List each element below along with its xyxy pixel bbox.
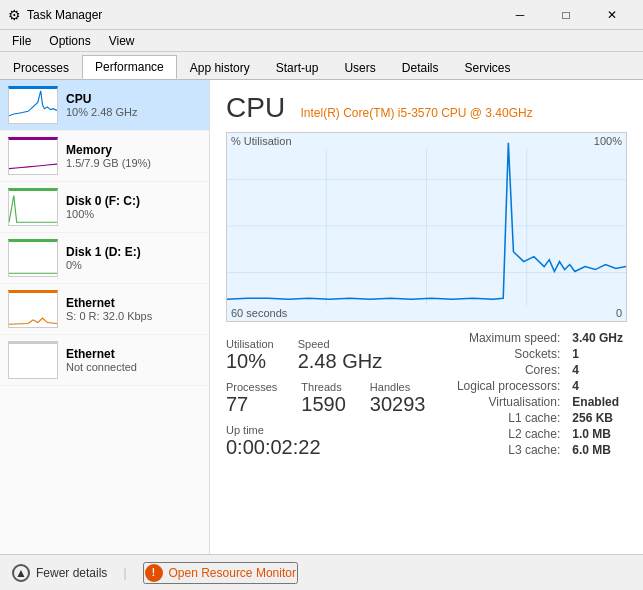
disk0-mini-chart bbox=[8, 188, 58, 226]
tab-performance[interactable]: Performance bbox=[82, 55, 177, 79]
cpu-chart-svg bbox=[227, 133, 626, 321]
stat-speed: Speed 2.48 GHz bbox=[298, 338, 382, 373]
uptime-value: 0:00:02:22 bbox=[226, 436, 453, 459]
open-resource-monitor-button[interactable]: ! Open Resource Monitor bbox=[143, 562, 298, 584]
disk1-mini-chart bbox=[8, 239, 58, 277]
sidebar-item-cpu[interactable]: CPU 10% 2.48 GHz bbox=[0, 80, 209, 131]
threads-value: 1590 bbox=[301, 393, 346, 416]
disk0-value: 100% bbox=[66, 208, 201, 220]
sidebar-item-disk1[interactable]: Disk 1 (D: E:) 0% bbox=[0, 233, 209, 284]
threads-label: Threads bbox=[301, 381, 346, 393]
stat-row-virt: Virtualisation:Enabled bbox=[453, 394, 627, 410]
memory-name: Memory bbox=[66, 143, 201, 157]
eth1-name: Ethernet bbox=[66, 296, 201, 310]
cpu-mini-chart bbox=[8, 86, 58, 124]
handles-label: Handles bbox=[370, 381, 426, 393]
tab-users[interactable]: Users bbox=[331, 55, 388, 79]
chart-label-zero: 0 bbox=[616, 307, 622, 319]
stat-row-l2: L2 cache:1.0 MB bbox=[453, 426, 627, 442]
stat-uptime: Up time 0:00:02:22 bbox=[226, 424, 453, 459]
disk1-name: Disk 1 (D: E:) bbox=[66, 245, 201, 259]
disk1-value: 0% bbox=[66, 259, 201, 271]
cpu-name: CPU bbox=[66, 92, 201, 106]
content-title: CPU bbox=[226, 92, 285, 123]
content-area: CPU Intel(R) Core(TM) i5-3570 CPU @ 3.40… bbox=[210, 80, 643, 554]
maximize-button[interactable]: □ bbox=[543, 0, 589, 30]
footer: ▲ Fewer details | ! Open Resource Monito… bbox=[0, 554, 643, 590]
menu-options[interactable]: Options bbox=[41, 32, 98, 50]
stat-row-l3: L3 cache:6.0 MB bbox=[453, 442, 627, 458]
sidebar: CPU 10% 2.48 GHz Memory 1.5/7.9 GB (19%) bbox=[0, 80, 210, 554]
disk1-info: Disk 1 (D: E:) 0% bbox=[66, 245, 201, 271]
stat-handles: Handles 30293 bbox=[370, 381, 426, 416]
tab-services[interactable]: Services bbox=[451, 55, 523, 79]
tab-app-history[interactable]: App history bbox=[177, 55, 263, 79]
right-stats: Maximum speed:3.40 GHz Sockets:1 Cores:4… bbox=[453, 330, 627, 458]
content-subtitle: Intel(R) Core(TM) i5-3570 CPU @ 3.40GHz bbox=[300, 106, 532, 120]
resource-monitor-icon: ! bbox=[145, 564, 163, 582]
eth2-info: Ethernet Not connected bbox=[66, 347, 201, 373]
utilisation-label: Utilisation bbox=[226, 338, 274, 350]
open-resource-monitor-label: Open Resource Monitor bbox=[169, 566, 296, 580]
fewer-details-label: Fewer details bbox=[36, 566, 107, 580]
sidebar-item-memory[interactable]: Memory 1.5/7.9 GB (19%) bbox=[0, 131, 209, 182]
app-title: Task Manager bbox=[27, 8, 102, 22]
menu-bar: File Options View bbox=[0, 30, 643, 52]
speed-value: 2.48 GHz bbox=[298, 350, 382, 373]
fewer-details-button[interactable]: ▲ Fewer details bbox=[12, 564, 107, 582]
sidebar-item-disk0[interactable]: Disk 0 (F: C:) 100% bbox=[0, 182, 209, 233]
footer-divider: | bbox=[123, 566, 126, 580]
app-icon: ⚙ bbox=[8, 7, 21, 23]
eth2-mini-chart bbox=[8, 341, 58, 379]
stats-row-1: Utilisation 10% Speed 2.48 GHz bbox=[226, 338, 453, 373]
memory-info: Memory 1.5/7.9 GB (19%) bbox=[66, 143, 201, 169]
chart-label-100: 100% bbox=[594, 135, 622, 147]
disk0-info: Disk 0 (F: C:) 100% bbox=[66, 194, 201, 220]
sidebar-item-eth2[interactable]: Ethernet Not connected bbox=[0, 335, 209, 386]
stat-row-sockets: Sockets:1 bbox=[453, 346, 627, 362]
handles-value: 30293 bbox=[370, 393, 426, 416]
tab-details[interactable]: Details bbox=[389, 55, 452, 79]
title-bar: ⚙ Task Manager ─ □ ✕ bbox=[0, 0, 643, 30]
minimize-button[interactable]: ─ bbox=[497, 0, 543, 30]
disk0-name: Disk 0 (F: C:) bbox=[66, 194, 201, 208]
menu-view[interactable]: View bbox=[101, 32, 143, 50]
window-controls: ─ □ ✕ bbox=[497, 0, 635, 30]
eth1-info: Ethernet S: 0 R: 32.0 Kbps bbox=[66, 296, 201, 322]
tab-processes[interactable]: Processes bbox=[0, 55, 82, 79]
menu-file[interactable]: File bbox=[4, 32, 39, 50]
processes-label: Processes bbox=[226, 381, 277, 393]
chart-label-time: 60 seconds bbox=[231, 307, 287, 319]
tab-startup[interactable]: Start-up bbox=[263, 55, 332, 79]
memory-value: 1.5/7.9 GB (19%) bbox=[66, 157, 201, 169]
sidebar-item-eth1[interactable]: Ethernet S: 0 R: 32.0 Kbps bbox=[0, 284, 209, 335]
memory-mini-chart bbox=[8, 137, 58, 175]
stat-row-l1: L1 cache:256 KB bbox=[453, 410, 627, 426]
stat-row-logical: Logical processors:4 bbox=[453, 378, 627, 394]
eth1-mini-chart bbox=[8, 290, 58, 328]
stat-processes: Processes 77 bbox=[226, 381, 277, 416]
eth2-name: Ethernet bbox=[66, 347, 201, 361]
stat-row-cores: Cores:4 bbox=[453, 362, 627, 378]
stat-utilisation: Utilisation 10% bbox=[226, 338, 274, 373]
utilisation-value: 10% bbox=[226, 350, 274, 373]
right-stats-table: Maximum speed:3.40 GHz Sockets:1 Cores:4… bbox=[453, 330, 627, 458]
cpu-chart: % Utilisation 100% 60 seconds 0 bbox=[226, 132, 627, 322]
stat-row-maxspeed: Maximum speed:3.40 GHz bbox=[453, 330, 627, 346]
left-stats: Utilisation 10% Speed 2.48 GHz Processes… bbox=[226, 330, 453, 459]
tab-bar: Processes Performance App history Start-… bbox=[0, 52, 643, 80]
content-header: CPU Intel(R) Core(TM) i5-3570 CPU @ 3.40… bbox=[226, 92, 627, 124]
cpu-value: 10% 2.48 GHz bbox=[66, 106, 201, 118]
main-area: CPU 10% 2.48 GHz Memory 1.5/7.9 GB (19%) bbox=[0, 80, 643, 554]
stat-threads: Threads 1590 bbox=[301, 381, 346, 416]
chart-label-utilisation: % Utilisation bbox=[231, 135, 292, 147]
cpu-info: CPU 10% 2.48 GHz bbox=[66, 92, 201, 118]
uptime-label: Up time bbox=[226, 424, 453, 436]
speed-label: Speed bbox=[298, 338, 382, 350]
processes-value: 77 bbox=[226, 393, 277, 416]
close-button[interactable]: ✕ bbox=[589, 0, 635, 30]
stats-row-2: Processes 77 Threads 1590 Handles 30293 bbox=[226, 381, 453, 416]
fewer-details-icon: ▲ bbox=[12, 564, 30, 582]
eth2-value: Not connected bbox=[66, 361, 201, 373]
eth1-value: S: 0 R: 32.0 Kbps bbox=[66, 310, 201, 322]
